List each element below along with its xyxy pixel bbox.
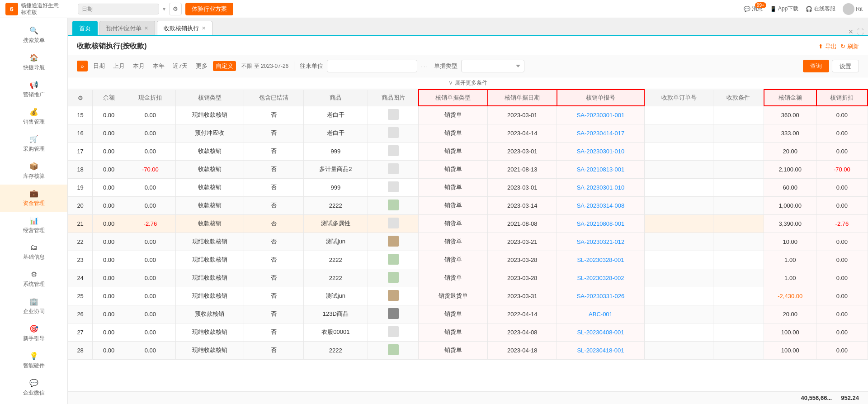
- sidebar-item-basic[interactable]: 🗂 基础信息: [0, 239, 67, 266]
- verify-bill-no[interactable]: SA-20230321-012: [557, 233, 644, 251]
- sidebar-item-purchase[interactable]: 🛒 采购管理: [0, 130, 67, 157]
- user-menu[interactable]: Rit: [843, 3, 863, 15]
- verify-amount: 2,100.00: [764, 160, 816, 178]
- query-button[interactable]: 查询: [803, 60, 829, 72]
- filter-bar: » 日期 上月 本月 本年 近7天 更多 自定义 不限 至 2023-07-26…: [68, 55, 868, 77]
- verify-bill-no[interactable]: SL-20230328-002: [557, 269, 644, 287]
- verify-bill-date: 2023-03-01: [488, 106, 557, 124]
- expand-label: 展开更多条件: [455, 80, 487, 86]
- verify-bill-no[interactable]: SA-20230331-026: [557, 287, 644, 305]
- maximize-icon[interactable]: ⛶: [857, 28, 863, 35]
- logo-icon: 6: [5, 3, 18, 15]
- verify-bill-no[interactable]: SL-20230408-001: [557, 323, 644, 341]
- tab-verify[interactable]: 收款核销执行 ✕: [157, 21, 212, 35]
- app-download-button[interactable]: 📱 App下载: [770, 5, 798, 13]
- industry-button[interactable]: 体验行业方案: [185, 3, 233, 15]
- content-area: 首页 预付冲应付单 ✕ 收款核销执行 ✕ ✕ ⛶ 收款核销执行(按收款): [68, 18, 868, 404]
- product-img: [368, 251, 419, 269]
- filter-settings-button[interactable]: 设置: [832, 60, 859, 72]
- verify-bill-date: 2023-04-18: [488, 341, 557, 359]
- sidebar-item-inventory[interactable]: 📦 库存核算: [0, 157, 67, 185]
- verify-amount: 3,390.00: [764, 214, 816, 233]
- row-id: 27: [68, 323, 93, 341]
- date-opt-more[interactable]: 更多: [193, 61, 210, 71]
- data-table: ⚙ 余额 现金折扣 核销类型 包含已结清 商品 商品图片 核销单据类型 核销单据…: [68, 89, 868, 360]
- verify-bill-type: 销货单: [419, 160, 488, 178]
- verify-bill-type: 销货单: [419, 305, 488, 323]
- date-opt-7days[interactable]: 近7天: [170, 61, 190, 71]
- include-settled: 否: [244, 269, 303, 287]
- verify-bill-no[interactable]: SA-20210813-001: [557, 160, 644, 178]
- expand-icon: ∨: [448, 80, 453, 86]
- cash-discount: 0.00: [125, 196, 176, 214]
- sidebar-item-member[interactable]: V 畅会员: [0, 401, 67, 404]
- receipt-condition: [713, 269, 764, 287]
- include-settled: 否: [244, 341, 303, 359]
- verify-bill-no[interactable]: SA-20230301-010: [557, 178, 644, 196]
- row-id: 18: [68, 160, 93, 178]
- chevron-down-icon: ▾: [163, 6, 165, 12]
- th-verify-discount: 核销折扣: [816, 90, 868, 106]
- verify-bill-no[interactable]: SA-20230301-010: [557, 142, 644, 160]
- verify-bill-no[interactable]: SA-20230414-017: [557, 124, 644, 142]
- date-opt-custom[interactable]: 自定义: [213, 61, 236, 71]
- sidebar-item-marketing[interactable]: 📢 营销推广: [0, 76, 67, 103]
- filter-toggle-button[interactable]: »: [77, 61, 88, 71]
- partner-more-icon[interactable]: ···: [421, 63, 429, 70]
- verify-discount: 0.00: [816, 341, 868, 359]
- verify-bill-date: 2023-03-14: [488, 196, 557, 214]
- balance: 0.00: [93, 178, 125, 196]
- tab-prepay[interactable]: 预付冲应付单 ✕: [99, 21, 155, 35]
- sidebar-item-shortcuts[interactable]: 🏠 快捷导航: [0, 49, 67, 76]
- export-button[interactable]: ⬆ 导出: [818, 43, 837, 51]
- breadcrumb-input[interactable]: [78, 4, 159, 14]
- verify-bill-date: 2023-03-28: [488, 251, 557, 269]
- sidebar-item-finance[interactable]: 💼 资金管理: [0, 185, 67, 212]
- expand-more-bar[interactable]: ∨ 展开更多条件: [68, 77, 868, 89]
- product-image: [388, 200, 399, 210]
- inventory-icon: 📦: [29, 162, 38, 171]
- th-product-img: 商品图片: [368, 90, 419, 106]
- product-image: [388, 109, 399, 120]
- sidebar-item-system[interactable]: ⚙ 系统管理: [0, 266, 67, 293]
- tab-close-prepay[interactable]: ✕: [144, 25, 148, 31]
- bill-type-select[interactable]: [461, 60, 524, 72]
- gear-button[interactable]: ⚙: [169, 3, 182, 15]
- table-wrapper: ⚙ 余额 现金折扣 核销类型 包含已结清 商品 商品图片 核销单据类型 核销单据…: [68, 89, 868, 391]
- close-window-icon[interactable]: ✕: [848, 28, 854, 35]
- message-button[interactable]: 💬 消息 99+: [744, 5, 763, 13]
- sidebar-item-operations[interactable]: 📊 经营管理: [0, 212, 67, 239]
- verify-bill-no[interactable]: SL-20230418-001: [557, 341, 644, 359]
- balance: 0.00: [93, 287, 125, 305]
- page-title: 收款核销执行(按收款): [77, 42, 147, 51]
- verify-bill-type: 销货单: [419, 178, 488, 196]
- verify-type: 预付冲应收: [175, 124, 244, 142]
- sidebar-item-sales[interactable]: 💰 销售管理: [0, 103, 67, 130]
- date-opt-this-year[interactable]: 本年: [150, 61, 167, 71]
- th-settings[interactable]: ⚙: [68, 90, 93, 106]
- table-body: 150.000.00现结收款核销否老白干销货单2023-03-01SA-2023…: [68, 106, 868, 359]
- verify-bill-no[interactable]: SA-20210808-001: [557, 214, 644, 233]
- verify-bill-no[interactable]: ABC-001: [557, 305, 644, 323]
- total-amount-label: 40,556,66...: [801, 394, 832, 401]
- wechat-icon: 💬: [29, 379, 38, 387]
- row-id: 16: [68, 124, 93, 142]
- refresh-button[interactable]: ↻ 刷新: [840, 43, 859, 51]
- sidebar-item-corp[interactable]: 🏢 企业协同: [0, 293, 67, 320]
- tab-home[interactable]: 首页: [72, 21, 98, 35]
- sidebar-item-wechat[interactable]: 💬 企业微信: [0, 374, 67, 401]
- online-service-button[interactable]: 🎧 在线客服: [806, 5, 835, 13]
- verify-bill-no[interactable]: SA-20230301-001: [557, 106, 644, 124]
- main-layout: 🔍 搜索菜单 🏠 快捷导航 📢 营销推广 💰 销售管理 🛒 采购管理 📦 库存核…: [0, 18, 868, 404]
- date-opt-last-month[interactable]: 上月: [110, 61, 127, 71]
- verify-bill-no[interactable]: SA-20230314-008: [557, 196, 644, 214]
- partner-input[interactable]: [327, 60, 417, 72]
- verify-bill-no[interactable]: SL-20230328-001: [557, 251, 644, 269]
- row-id: 25: [68, 287, 93, 305]
- tab-close-verify[interactable]: ✕: [202, 25, 206, 31]
- sidebar-item-search[interactable]: 🔍 搜索菜单: [0, 22, 67, 49]
- sidebar-item-hardware[interactable]: 💡 智能硬件: [0, 347, 67, 374]
- row-id: 28: [68, 341, 93, 359]
- sidebar-item-guide[interactable]: 🎯 新手引导: [0, 320, 67, 347]
- date-opt-this-month[interactable]: 本月: [130, 61, 147, 71]
